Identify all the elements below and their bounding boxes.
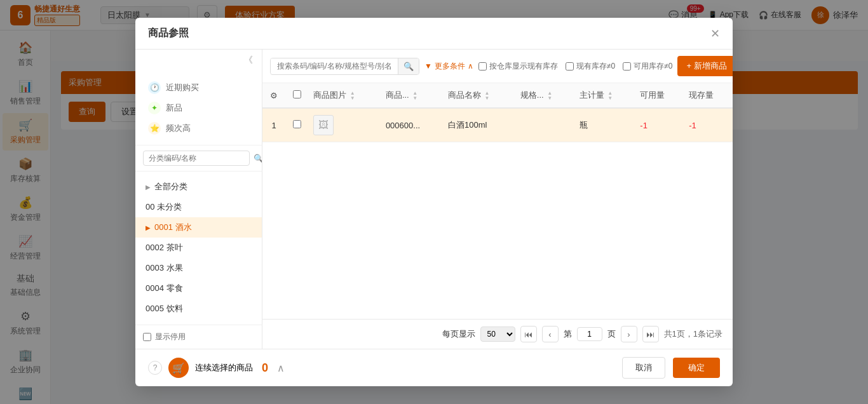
modal-close-button[interactable]: ✕ [710, 28, 720, 39]
modal-overlay: 商品参照 ✕ 《 🕐 近期购买 ✦ 新品 [0, 0, 868, 404]
freq-label: 频次高 [166, 123, 191, 134]
more-filters-button[interactable]: ▼ 更多条件 ∧ [424, 61, 473, 72]
show-disabled-row: 显示停用 [135, 325, 262, 349]
table-row[interactable]: 1 🖼 000600... 白酒100ml 瓶 [262, 108, 733, 142]
page-number-input[interactable] [577, 327, 602, 341]
filter-available-label: 可用库存≠0 [634, 61, 672, 72]
category-panel: 《 🕐 近期购买 ✦ 新品 ⭐ 频次高 [135, 50, 262, 349]
frequent-button[interactable]: ⭐ 频次高 [143, 118, 254, 138]
table-header-row: ⚙ 商品图片 ▲▼ 商品... ▲▼ [262, 83, 733, 108]
category-0008[interactable]: 0008 水 [135, 319, 262, 325]
filter-stock-nonzero-checkbox[interactable]: 现有库存≠0 [566, 61, 615, 72]
product-panel: 🔍 ▼ 更多条件 ∧ 按仓库显示现有库存 现 [262, 50, 733, 349]
confirm-button[interactable]: 确定 [673, 358, 720, 378]
category-search-icon[interactable]: 🔍 [254, 154, 262, 163]
category-0002-label: 0002 茶叶 [146, 242, 183, 253]
filter-available-nonzero-checkbox[interactable]: 可用库存≠0 [623, 61, 672, 72]
add-product-button[interactable]: + 新增商品 [677, 56, 733, 76]
category-0001[interactable]: ▶ 0001 酒水 [135, 217, 262, 238]
row-num: 1 [262, 108, 285, 142]
th-unit: 主计量 ▲▼ [574, 83, 635, 108]
sort-name[interactable]: ▲▼ [485, 91, 490, 101]
product-table-body: 1 🖼 000600... 白酒100ml 瓶 [262, 108, 733, 142]
category-00-label: 00 未分类 [146, 201, 182, 213]
row-code: 000600... [381, 108, 443, 142]
product-search-field: 🔍 [270, 58, 419, 75]
th-spec: 规格... ▲▼ [515, 83, 574, 108]
filter-collapse-icon: ∧ [468, 62, 473, 71]
category-search-input[interactable] [143, 151, 250, 166]
last-page-button[interactable]: ⏭ [642, 326, 659, 342]
filter-warehouse-label: 按仓库显示现有库存 [489, 61, 558, 72]
show-disabled-checkbox[interactable] [143, 333, 151, 341]
product-search-button[interactable]: 🔍 [398, 58, 419, 74]
category-0005[interactable]: 0005 饮料 [135, 299, 262, 319]
footer-left: ? 🛒 连续选择的商品 0 ∧ [148, 358, 614, 378]
recent-icon: 🕐 [148, 81, 161, 94]
th-name-label: 商品名称 [448, 90, 481, 100]
quick-buttons: 🕐 近期购买 ✦ 新品 ⭐ 频次高 [135, 71, 262, 145]
cart-button[interactable]: 🛒 [168, 358, 189, 378]
category-all[interactable]: ▶ 全部分类 [135, 177, 262, 197]
category-0004-label: 0004 零食 [146, 283, 183, 294]
product-image: 🖼 [313, 115, 334, 135]
product-search-input[interactable] [271, 58, 398, 74]
row-select-checkbox[interactable] [293, 120, 301, 128]
th-stock: 现存量 [684, 83, 733, 108]
page-size-select[interactable]: 50 10 20 100 [480, 327, 515, 342]
panel-collapse-button[interactable]: 《 [239, 52, 258, 69]
filter-bar: 🔍 ▼ 更多条件 ∧ 按仓库显示现有库存 现 [262, 50, 733, 83]
th-name: 商品名称 ▲▼ [443, 83, 515, 108]
row-stock: -1 [684, 108, 733, 142]
row-name: 白酒100ml [443, 108, 515, 142]
row-available: -1 [635, 108, 684, 142]
modal-title: 商品参照 [148, 27, 189, 40]
more-filters-label: 更多条件 [435, 61, 465, 72]
first-page-button[interactable]: ⏮ [520, 326, 537, 342]
freq-icon: ⭐ [148, 122, 161, 135]
sort-spec[interactable]: ▲▼ [547, 91, 552, 101]
category-0004[interactable]: 0004 零食 [135, 278, 262, 299]
category-0003[interactable]: 0003 水果 [135, 258, 262, 278]
filter-stock-label: 现有库存≠0 [576, 61, 615, 72]
all-arrow: ▶ [146, 184, 151, 191]
filter-icon: ▼ [424, 62, 432, 71]
footer-collapse-button[interactable]: ∧ [277, 362, 285, 374]
new-icon: ✦ [148, 102, 161, 114]
category-0005-label: 0005 饮料 [146, 303, 183, 314]
th-code: 商品... ▲▼ [381, 83, 443, 108]
page-suffix: 页 [607, 328, 616, 340]
sort-image[interactable]: ▲▼ [350, 91, 355, 101]
sort-code[interactable]: ▲▼ [412, 91, 417, 101]
recent-label: 近期购买 [166, 82, 199, 93]
category-0002[interactable]: 0002 茶叶 [135, 238, 262, 258]
filter-warehouse-checkbox[interactable]: 按仓库显示现有库存 [478, 61, 558, 72]
help-button[interactable]: ? [148, 361, 162, 375]
category-all-label: 全部分类 [154, 181, 187, 192]
sort-unit[interactable]: ▲▼ [607, 91, 613, 101]
cancel-button[interactable]: 取消 [622, 357, 665, 379]
new-products-button[interactable]: ✦ 新品 [143, 98, 254, 118]
total-info: 共1页，1条记录 [664, 328, 722, 340]
th-unit-label: 主计量 [580, 90, 604, 100]
prev-page-button[interactable]: ‹ [542, 326, 559, 342]
th-image-label: 商品图片 [313, 90, 346, 100]
next-page-button[interactable]: › [621, 326, 637, 342]
category-0001-label: 0001 酒水 [154, 222, 192, 233]
category-list: ▶ 全部分类 00 未分类 ▶ 0001 酒水 0002 茶叶 0003 水果 [135, 172, 262, 325]
cart-count: 0 [262, 361, 268, 375]
select-all-checkbox[interactable] [293, 90, 301, 98]
row-checkbox [285, 108, 308, 142]
th-settings[interactable]: ⚙ [262, 83, 285, 108]
modal-body: 《 🕐 近期购买 ✦ 新品 ⭐ 频次高 [135, 50, 733, 349]
cart-label: 连续选择的商品 [195, 362, 253, 374]
th-checkbox [285, 83, 308, 108]
row-image: 🖼 [308, 108, 381, 142]
category-search-bar: 🔍 [135, 145, 262, 172]
row-unit: 瓶 [574, 108, 635, 142]
page-label: 第 [564, 328, 572, 340]
recent-purchase-button[interactable]: 🕐 近期购买 [143, 77, 254, 98]
th-spec-label: 规格... [520, 90, 544, 100]
category-00[interactable]: 00 未分类 [135, 197, 262, 217]
action-buttons: + 新增商品 C 刷新 [677, 56, 733, 76]
